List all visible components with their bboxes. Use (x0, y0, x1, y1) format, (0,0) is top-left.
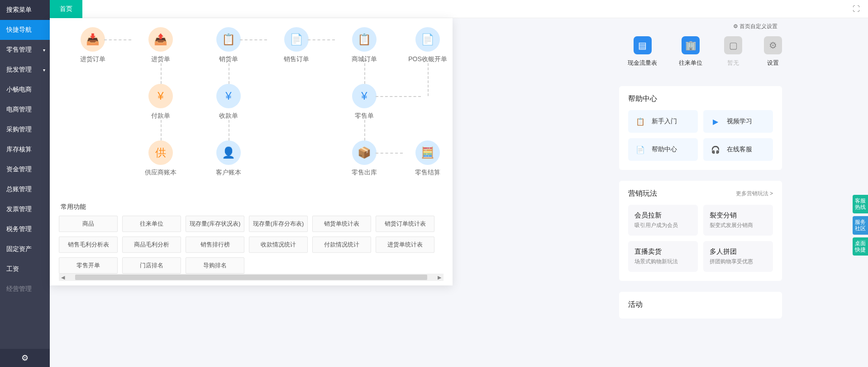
quick-item-contacts[interactable]: 🏢 往来单位 (679, 36, 702, 67)
sidebar-item-xcec[interactable]: 小畅电商 (0, 80, 50, 100)
common-btn[interactable]: 导购排名 (186, 257, 244, 274)
connector (229, 59, 229, 84)
card-title-text: 帮助中心 (628, 94, 657, 104)
sidebar-item-purchase[interactable]: 采购管理 (0, 120, 50, 140)
sidebar-search[interactable]: 搜索菜单 (0, 0, 50, 20)
common-btn[interactable]: 零售开单 (59, 257, 118, 274)
node-receipt[interactable]: ¥收款单 (195, 84, 262, 120)
quick-item-settings[interactable]: ⚙ 设置 (764, 36, 782, 67)
quick-item-label: 设置 (767, 59, 779, 67)
promo-live[interactable]: 直播卖货场景式购物新玩法 (628, 241, 698, 272)
sidebar-item-inventory[interactable]: 库存核算 (0, 140, 50, 159)
sidebar-item-ledger[interactable]: 总账管理 (0, 179, 50, 199)
node-pos-order[interactable]: 📄POS收银开单 (394, 27, 462, 63)
sidebar-item-ecommerce[interactable]: 电商管理 (0, 100, 50, 120)
common-btn[interactable]: 商品毛利分析 (122, 237, 181, 253)
sidebar-item-label: 固定资产 (6, 245, 32, 253)
popup-horizontal-scrollbar[interactable]: ◀ ▶ (59, 274, 444, 281)
common-btn-label: 收款情况统计 (261, 241, 296, 249)
common-btn[interactable]: 销货单统计表 (312, 216, 371, 232)
node-retail-out[interactable]: 📦零售出库 (330, 140, 398, 177)
sidebar: 搜索菜单 快捷导航 零售管理 ▾ 批发管理 ▾ 小畅电商 电商管理 采购管理 库… (0, 0, 50, 367)
common-btn-label: 商品毛利分析 (134, 241, 169, 249)
node-customer-ledger[interactable]: 👤客户账本 (195, 140, 262, 177)
tab-label: 首页 (60, 5, 72, 13)
connector (376, 153, 403, 154)
sidebar-item-invoice[interactable]: 发票管理 (0, 199, 50, 219)
topbar: 首页 ⛶ (50, 0, 868, 18)
node-sales-order[interactable]: 📄销售订单 (262, 27, 330, 63)
sidebar-item-wholesale[interactable]: 批发管理 ▾ (0, 60, 50, 80)
quick-item-empty[interactable]: ▢ 暂无 (724, 36, 742, 67)
scroll-left-icon[interactable]: ◀ (59, 275, 67, 280)
sidebar-search-label: 搜索菜单 (6, 6, 32, 14)
node-mall-order[interactable]: 📋商城订单 (330, 27, 398, 63)
node-purchase-bill[interactable]: 📤进货单 (127, 27, 195, 63)
common-btn[interactable]: 销售毛利分析表 (59, 237, 118, 253)
common-title: 常用功能 (61, 203, 444, 211)
rtag-label: 桌面快捷 (855, 240, 866, 253)
sidebar-settings-gear[interactable]: ⚙ (0, 349, 50, 367)
common-btn[interactable]: 销货订单统计表 (376, 216, 434, 232)
user-icon: 👤 (216, 140, 241, 165)
common-btn[interactable]: 销售排行榜 (186, 237, 244, 253)
common-btn[interactable]: 现存量(库存分布表) (249, 216, 308, 232)
promo-fission[interactable]: 裂变分销裂变式发展分销商 (703, 205, 773, 236)
common-btn[interactable]: 往来单位 (122, 216, 181, 232)
rtag-hotline[interactable]: 客服热线 (853, 195, 868, 213)
box-icon: 📦 (352, 140, 377, 165)
home-custom-setting[interactable]: ⚙ 首页自定义设置 (733, 23, 777, 30)
sidebar-item-salary[interactable]: 工资 (0, 259, 50, 279)
promo-group[interactable]: 多人拼团拼团购物享受优惠 (703, 241, 773, 272)
common-grid: 商品 往来单位 现存量(库存状况表) 现存量(库存分布表) 销货单统计表 销货订… (59, 216, 444, 274)
money-icon: ¥ (352, 84, 377, 108)
help-item-support[interactable]: 🎧在线客服 (703, 138, 773, 161)
common-btn[interactable]: 门店排名 (122, 257, 181, 274)
quick-strip: ▤ 现金流量表 🏢 往来单位 ▢ 暂无 ⚙ 设置 (628, 36, 782, 67)
rtag-community[interactable]: 服务社区 (853, 216, 868, 235)
node-purchase-order[interactable]: 📥进货订单 (59, 27, 127, 63)
common-btn-label: 往来单位 (140, 220, 163, 228)
building-icon: 🏢 (682, 36, 700, 54)
scroll-right-icon[interactable]: ▶ (435, 275, 444, 280)
node-supplier-ledger[interactable]: 供供应商账本 (127, 140, 195, 177)
node-label: 供应商账本 (145, 169, 176, 177)
common-btn-label: 销货订单统计表 (385, 220, 426, 228)
sidebar-item-funds[interactable]: 资金管理 (0, 159, 50, 179)
help-item-video[interactable]: ▶视频学习 (703, 110, 773, 133)
sidebar-item-assets[interactable]: 固定资产 (0, 239, 50, 259)
rtag-desktop[interactable]: 桌面快捷 (853, 237, 868, 256)
node-retail-settle[interactable]: 🧮零售结算 (394, 140, 462, 177)
tab-home[interactable]: 首页 (50, 0, 82, 18)
card-help-center: 帮助中心 📋新手入门 ▶视频学习 📄帮助中心 🎧在线客服 (619, 86, 782, 170)
common-btn[interactable]: 付款情况统计 (312, 237, 371, 253)
common-btn[interactable]: 进货单统计表 (376, 237, 434, 253)
sidebar-item-business[interactable]: 经营管理 (0, 279, 50, 299)
common-btn-label: 商品 (82, 220, 94, 228)
marketing-more-link[interactable]: 更多营销玩法 > (736, 190, 773, 198)
help-item-guide[interactable]: 📋新手入门 (628, 110, 698, 133)
quick-item-cashflow[interactable]: ▤ 现金流量表 (628, 36, 657, 67)
quicknav-flyout: 📥进货订单 📤进货单 📋销货单 📄销售订单 📋商城订单 📄POS收银开单 ¥付款… (50, 18, 453, 285)
common-btn[interactable]: 现存量(库存状况表) (186, 216, 244, 232)
play-icon: ▶ (710, 116, 721, 127)
scrollbar-thumb[interactable] (75, 275, 427, 280)
connector (364, 116, 365, 140)
node-payment[interactable]: ¥付款单 (127, 84, 195, 120)
calc-icon: 🧮 (415, 140, 440, 165)
promo-title: 直播卖货 (634, 247, 692, 256)
common-btn[interactable]: 商品 (59, 216, 118, 232)
sidebar-item-label: 库存核算 (6, 145, 32, 154)
connector (229, 116, 229, 140)
sidebar-item-retail[interactable]: 零售管理 ▾ (0, 40, 50, 60)
node-retail-bill[interactable]: ¥零售单 (330, 84, 398, 120)
help-item-help[interactable]: 📄帮助中心 (628, 138, 698, 161)
sidebar-item-quicknav[interactable]: 快捷导航 (0, 20, 50, 40)
sidebar-item-tax[interactable]: 税务管理 (0, 219, 50, 239)
promo-title: 会员拉新 (634, 211, 692, 220)
fullscreen-icon[interactable]: ⛶ (844, 5, 868, 13)
node-sales-bill[interactable]: 📋销货单 (195, 27, 262, 63)
promo-sub: 拼团购物享受优惠 (710, 258, 767, 266)
promo-member[interactable]: 会员拉新吸引用户成为会员 (628, 205, 698, 236)
common-btn[interactable]: 收款情况统计 (249, 237, 308, 253)
